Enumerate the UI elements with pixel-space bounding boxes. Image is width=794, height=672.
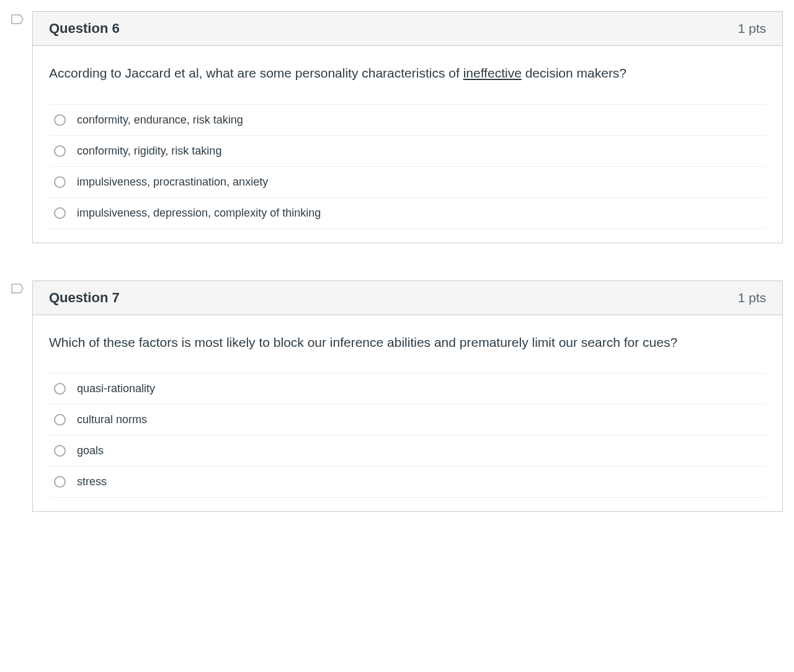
question-header: Question 7 1 pts [33, 281, 782, 315]
radio-icon[interactable] [54, 383, 66, 395]
option[interactable]: goals [49, 436, 766, 467]
option-label: impulsiveness, procrastination, anxiety [77, 176, 268, 189]
option-label: cultural norms [77, 413, 147, 426]
question-body: According to Jaccard et al, what are som… [33, 46, 782, 243]
options-list: conformity, endurance, risk taking confo… [49, 104, 766, 229]
radio-icon[interactable] [54, 476, 66, 488]
option[interactable]: conformity, endurance, risk taking [49, 105, 766, 136]
question-text-pre: Which of these factors is most likely to… [49, 335, 677, 349]
radio-icon[interactable] [54, 145, 66, 157]
question-card-6: Question 6 1 pts According to Jaccard et… [32, 11, 783, 243]
option-label: impulsiveness, depression, complexity of… [77, 207, 321, 220]
option-label: goals [77, 444, 104, 457]
option-label: quasi-rationality [77, 382, 155, 395]
option[interactable]: impulsiveness, depression, complexity of… [49, 198, 766, 229]
question-header: Question 6 1 pts [33, 12, 782, 46]
question-text-post: decision makers? [522, 66, 627, 80]
question-title: Question 7 [49, 290, 120, 306]
question-text-underline: ineffective [463, 66, 522, 80]
option-label: conformity, rigidity, risk taking [77, 145, 221, 158]
radio-icon[interactable] [54, 445, 66, 457]
option[interactable]: stress [49, 467, 766, 498]
radio-icon[interactable] [54, 414, 66, 426]
options-list: quasi-rationality cultural norms goals s… [49, 373, 766, 498]
question-row: Question 6 1 pts According to Jaccard et… [9, 11, 783, 243]
flag-icon[interactable] [9, 14, 25, 34]
flag-icon[interactable] [9, 283, 25, 303]
option[interactable]: impulsiveness, procrastination, anxiety [49, 167, 766, 198]
option-label: conformity, endurance, risk taking [77, 114, 243, 127]
question-points: 1 pts [738, 290, 766, 305]
radio-icon[interactable] [54, 207, 66, 219]
question-text: According to Jaccard et al, what are som… [49, 63, 766, 83]
option-label: stress [77, 475, 107, 488]
question-title: Question 6 [49, 20, 120, 37]
question-card-7: Question 7 1 pts Which of these factors … [32, 280, 783, 513]
radio-icon[interactable] [54, 114, 66, 126]
question-body: Which of these factors is most likely to… [33, 315, 782, 512]
question-text: Which of these factors is most likely to… [49, 333, 766, 352]
question-text-pre: According to Jaccard et al, what are som… [49, 66, 463, 80]
option[interactable]: cultural norms [49, 405, 766, 436]
option[interactable]: quasi-rationality [49, 374, 766, 405]
radio-icon[interactable] [54, 176, 66, 188]
question-row: Question 7 1 pts Which of these factors … [9, 280, 783, 513]
option[interactable]: conformity, rigidity, risk taking [49, 136, 766, 167]
question-points: 1 pts [738, 21, 766, 36]
